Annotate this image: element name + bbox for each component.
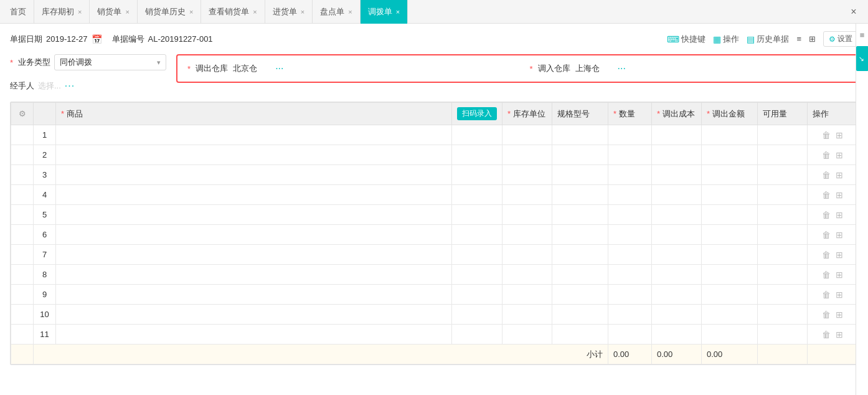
settings-button[interactable]: ⚙ 设置 <box>823 31 858 47</box>
grid-icon: ⊞ <box>809 34 816 44</box>
copy-row-11-icon[interactable]: ⊞ <box>836 330 843 340</box>
history-action[interactable]: ▤ 历史单据 <box>747 34 789 45</box>
scan-entry-button[interactable]: 扫码录入 <box>457 107 497 120</box>
tab-home[interactable]: 首页 <box>5 0 34 24</box>
warehouse-section-container: * 调出仓库 北京仓 ··· * 调入仓库 上海仓 ··· <box>176 54 858 83</box>
col-spec-header: 规格型号 <box>552 103 608 125</box>
subtotal-cost: 0.00 <box>652 345 702 364</box>
layout-action[interactable]: ≡ <box>796 34 801 44</box>
tab-sales-order[interactable]: 销货单 × <box>90 0 137 24</box>
data-table: ⚙ * 商品 扫码录入 * 库存单位 规格型号 <box>11 102 857 364</box>
copy-row-9-icon[interactable]: ⊞ <box>836 290 843 300</box>
main-content: 单据日期 2019-12-27 📅 单据编号 AL-20191227-001 ⌨… <box>0 24 868 395</box>
table-row: 3 🗑 ⊞ <box>11 165 857 185</box>
delete-row-3-icon[interactable]: 🗑 <box>822 170 831 180</box>
operator-select[interactable]: 选择... <box>38 80 61 92</box>
tab-close-sales-order[interactable]: × <box>125 8 129 16</box>
copy-row-7-icon[interactable]: ⊞ <box>836 250 843 260</box>
business-type-row: * 业务类型 同价调拨 ▾ <box>10 54 166 70</box>
grid-action[interactable]: ⊞ <box>809 34 816 44</box>
form-section: * 业务类型 同价调拨 ▾ 经手人 选择... ··· <box>10 54 858 97</box>
date-field: 单据日期 2019-12-27 📅 <box>10 34 102 45</box>
tab-inventory-init[interactable]: 库存期初 × <box>34 0 90 24</box>
copy-row-8-icon[interactable]: ⊞ <box>836 270 843 280</box>
target-warehouse-dots-button[interactable]: ··· <box>618 63 626 74</box>
tab-sales-history[interactable]: 销货单历史 × <box>138 0 201 24</box>
col-scan-header: 扫码录入 <box>452 103 502 125</box>
delete-row-6-icon[interactable]: 🗑 <box>822 230 831 240</box>
tab-close-inventory-init[interactable]: × <box>78 8 82 16</box>
tab-close-transfer-order[interactable]: × <box>396 8 400 16</box>
copy-row-4-icon[interactable]: ⊞ <box>836 190 843 200</box>
delete-row-9-icon[interactable]: 🗑 <box>822 290 831 300</box>
copy-row-5-icon[interactable]: ⊞ <box>836 210 843 220</box>
col-unit-header: * 库存单位 <box>502 103 552 125</box>
table-row: 11 🗑 ⊞ <box>11 325 857 345</box>
subtotal-label: 小计 <box>34 345 608 364</box>
tab-close-purchase-order[interactable]: × <box>301 8 304 16</box>
delete-row-4-icon[interactable]: 🗑 <box>822 190 831 200</box>
tab-view-sales[interactable]: 查看销货单 × <box>201 0 265 24</box>
tab-close-sales-history[interactable]: × <box>189 8 193 16</box>
table-settings-icon[interactable]: ⚙ <box>16 109 28 118</box>
delete-row-7-icon[interactable]: 🗑 <box>822 250 831 260</box>
left-form: * 业务类型 同价调拨 ▾ 经手人 选择... ··· <box>10 54 166 97</box>
delete-row-11-icon[interactable]: 🗑 <box>822 330 831 340</box>
number-field: 单据编号 AL-20191227-001 <box>112 34 213 45</box>
tab-bar: 首页 库存期初 × 销货单 × 销货单历史 × 查看销货单 × 进货单 × 盘点… <box>0 0 868 24</box>
business-type-field: * 业务类型 同价调拨 ▾ <box>10 54 166 70</box>
table-row: 8 🗑 ⊞ <box>11 265 857 285</box>
col-qty-header: * 数量 <box>608 103 652 125</box>
shortcut-icon: ⌨ <box>667 34 679 44</box>
col-amount-header: * 调出金额 <box>702 103 758 125</box>
copy-row-1-icon[interactable]: ⊞ <box>836 130 843 140</box>
calendar-icon[interactable]: 📅 <box>92 34 102 44</box>
delete-row-8-icon[interactable]: 🗑 <box>822 270 831 280</box>
col-available-header: 可用量 <box>758 103 808 125</box>
chevron-down-icon: ▾ <box>157 59 161 67</box>
col-row-num <box>34 103 56 125</box>
operator-dots-button[interactable]: ··· <box>65 80 75 92</box>
layout-icon: ≡ <box>796 34 801 44</box>
operator-field: 经手人 选择... ··· <box>10 80 134 92</box>
copy-row-2-icon[interactable]: ⊞ <box>836 150 843 160</box>
close-all-tabs-button[interactable]: × <box>844 2 863 21</box>
right-sidebar: ≡ ↗ <box>856 24 868 395</box>
table-row: 7 🗑 ⊞ <box>11 245 857 265</box>
tab-transfer-order[interactable]: 调拨单 × <box>361 0 408 24</box>
operator-row: 经手人 选择... ··· <box>10 80 166 92</box>
table-row: 5 🗑 ⊞ <box>11 205 857 225</box>
subtotal-qty: 0.00 <box>608 345 652 364</box>
target-warehouse-field: * 调入仓库 上海仓 ··· <box>530 63 847 74</box>
date-value: 2019-12-27 <box>46 34 88 44</box>
document-header: 单据日期 2019-12-27 📅 单据编号 AL-20191227-001 ⌨… <box>10 31 858 47</box>
tab-close-view-sales[interactable]: × <box>253 8 257 16</box>
operation-action[interactable]: ▦ 操作 <box>713 34 739 45</box>
delete-row-10-icon[interactable]: 🗑 <box>822 310 831 320</box>
history-icon: ▤ <box>747 34 755 44</box>
sidebar-expand-icon[interactable]: ↗ <box>856 46 869 71</box>
settings-gear-icon: ⚙ <box>829 35 836 44</box>
target-warehouse-value: 上海仓 <box>575 63 613 74</box>
tab-purchase-order[interactable]: 进货单 × <box>265 0 313 24</box>
copy-row-6-icon[interactable]: ⊞ <box>836 230 843 240</box>
copy-row-10-icon[interactable]: ⊞ <box>836 310 843 320</box>
sidebar-list-icon[interactable]: ≡ <box>856 29 869 41</box>
operation-icon: ▦ <box>713 34 721 44</box>
business-type-value: 同价调拨 <box>60 57 153 68</box>
delete-row-5-icon[interactable]: 🗑 <box>822 210 831 220</box>
subtotal-amount: 0.00 <box>702 345 758 364</box>
shortcut-action[interactable]: ⌨ 快捷键 <box>667 34 705 45</box>
business-type-select[interactable]: 同价调拨 ▾ <box>54 54 166 70</box>
document-number-value: AL-20191227-001 <box>148 34 213 44</box>
table-row: 6 🗑 ⊞ <box>11 225 857 245</box>
delete-row-1-icon[interactable]: 🗑 <box>822 130 831 140</box>
tab-close-inventory-check[interactable]: × <box>348 8 352 16</box>
source-warehouse-dots-button[interactable]: ··· <box>275 63 283 74</box>
col-settings[interactable]: ⚙ <box>11 103 34 125</box>
subtotal-row: 小计 0.00 0.00 0.00 <box>11 345 857 364</box>
delete-row-2-icon[interactable]: 🗑 <box>822 150 831 160</box>
copy-row-3-icon[interactable]: ⊞ <box>836 170 843 180</box>
table-row: 10 🗑 ⊞ <box>11 305 857 325</box>
tab-inventory-check[interactable]: 盘点单 × <box>313 0 360 24</box>
